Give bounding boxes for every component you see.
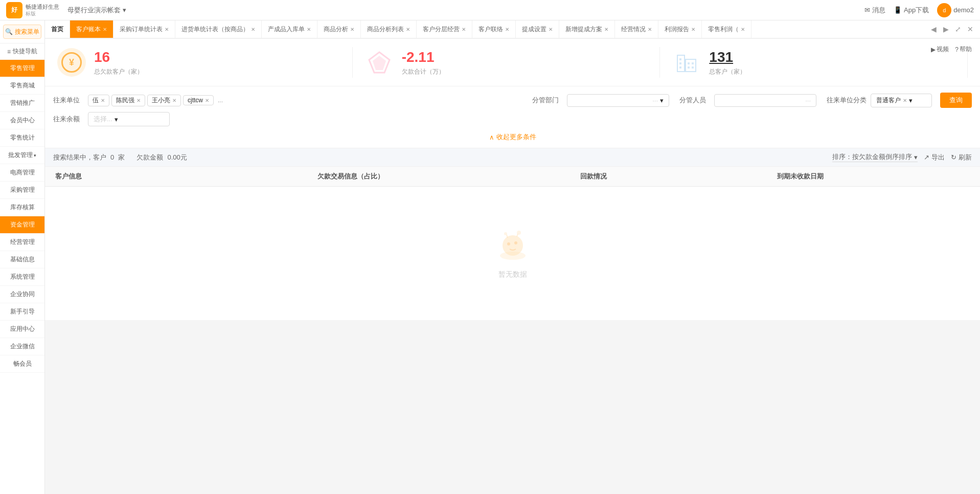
tab-close-icon[interactable]: ✕ — [505, 27, 509, 32]
refresh-btn[interactable]: ↻ 刷新 — [951, 153, 972, 162]
sort-select[interactable]: 排序：按欠款金额倒序排序 ▾ — [832, 152, 918, 162]
filter-tag-0[interactable]: 伍 ✕ — [88, 95, 109, 106]
tab-product-analysis[interactable]: 商品分析 ✕ — [317, 20, 361, 38]
message-icon: ✉ — [864, 6, 870, 14]
unit-type-tag-close[interactable]: ✕ — [903, 98, 907, 103]
filter-tag-1[interactable]: 陈民强 ✕ — [111, 95, 145, 106]
tab-close-icon[interactable]: ✕ — [406, 27, 410, 32]
person-label: 分管人员 — [679, 96, 710, 105]
collapse-btn[interactable]: ∧ 收起更多条件 — [53, 132, 972, 142]
tab-improve-settings[interactable]: 提成设置 ✕ — [516, 20, 559, 38]
tab-new-improve[interactable]: 新增提成方案 ✕ — [559, 20, 615, 38]
search-menu-btn[interactable]: 🔍 搜索菜单 — [3, 25, 41, 39]
tab-product-analysis-list[interactable]: 商品分析列表 ✕ — [361, 20, 417, 38]
account-dropdown[interactable]: 母婴行业演示帐套 ▾ — [63, 4, 130, 17]
sidebar-item-finance[interactable]: 资金管理 — [0, 216, 44, 234]
tab-customer-contact[interactable]: 客户联络 ✕ — [472, 20, 516, 38]
stat-credit-amount: -2.11 欠款合计（万） — [353, 47, 660, 78]
chevron-down-icon: ▾ — [914, 153, 918, 161]
sidebar-item-operations[interactable]: 经营管理 — [0, 234, 44, 251]
tab-close-icon[interactable]: ✕ — [604, 27, 608, 32]
tag-close-icon[interactable]: ✕ — [101, 98, 105, 103]
col-customer-info: 客户信息 — [53, 172, 315, 181]
tab-customer-segment[interactable]: 客户分层经营 ✕ — [417, 20, 472, 38]
message-btn[interactable]: ✉ 消息 — [864, 6, 885, 15]
tab-close-icon[interactable]: ✕ — [691, 27, 695, 32]
tag-close-icon[interactable]: ✕ — [136, 98, 141, 103]
tab-close-icon[interactable]: ✕ — [741, 27, 745, 32]
tab-close-icon[interactable]: ✕ — [648, 27, 652, 32]
tab-close-icon[interactable]: ✕ — [307, 27, 311, 32]
unit-type-tag[interactable]: 普通客户 ✕ — [876, 96, 907, 105]
stat-credit-customers-text: 16 总欠款客户（家） — [94, 49, 340, 77]
svg-rect-4 — [679, 58, 681, 60]
sidebar-item-basic[interactable]: 基础信息 — [0, 251, 44, 268]
tab-close-icon[interactable]: ✕ — [103, 27, 107, 32]
export-icon: ↗ — [924, 153, 929, 161]
app-download-btn[interactable]: 📱 App下载 — [894, 6, 929, 15]
stat-total-customers-text: 131 总客户（家） — [709, 49, 955, 77]
help-link[interactable]: ? 帮助 — [955, 45, 972, 54]
chevron-down-icon: ▾ — [123, 6, 126, 14]
tab-purchase-stats[interactable]: 进货单统计表（按商品） ✕ — [175, 20, 262, 38]
tab-prev-btn[interactable]: ◀ — [928, 24, 939, 35]
col-due-date: 到期未收款日期 — [775, 172, 972, 181]
svg-rect-3 — [686, 59, 696, 72]
dept-select[interactable]: ··· ▾ — [567, 94, 669, 107]
sidebar-item-vip-member[interactable]: 畅会员 — [0, 355, 44, 373]
filter-tag-2[interactable]: 王小亮 ✕ — [147, 95, 181, 106]
sidebar-item-purchase[interactable]: 采购管理 — [0, 182, 44, 199]
sidebar-item-member[interactable]: 会员中心 — [0, 112, 44, 129]
svg-rect-9 — [688, 66, 690, 69]
nav-icon: ≡ — [7, 48, 11, 55]
tab-close-icon[interactable]: ✕ — [251, 27, 255, 32]
query-button[interactable]: 查询 — [940, 93, 972, 108]
logo-icon: 好 — [6, 2, 22, 18]
sidebar-item-retail-stats[interactable]: 零售统计 — [0, 129, 44, 147]
play-icon: ▶ — [931, 46, 936, 53]
sidebar-item-retail[interactable]: 零售管理 — [0, 60, 44, 77]
unit-label: 往来单位 — [53, 96, 84, 105]
sidebar-item-retail-mall[interactable]: 零售商城 — [0, 77, 44, 95]
person-select[interactable]: ··· — [714, 94, 816, 107]
sidebar-item-inventory[interactable]: 库存核算 — [0, 199, 44, 216]
tab-expand-btn[interactable]: ⤢ — [952, 24, 964, 35]
tab-biz-status[interactable]: 经营情况 ✕ — [615, 20, 658, 38]
tab-purchase-order[interactable]: 采购订单统计表 ✕ — [113, 20, 175, 38]
tag-close-icon[interactable]: ✕ — [205, 98, 209, 103]
video-link[interactable]: ▶ 视频 — [931, 45, 949, 54]
sidebar-item-system[interactable]: 系统管理 — [0, 268, 44, 286]
filter-tag-3[interactable]: cjttcw ✕ — [183, 95, 214, 105]
tab-cost-in[interactable]: 产成品入库单 ✕ — [262, 20, 317, 38]
quick-nav-btn[interactable]: ≡ 快捷导航 — [0, 43, 44, 60]
search-icon: 🔍 — [5, 28, 13, 35]
export-btn[interactable]: ↗ 导出 — [924, 153, 945, 162]
sidebar-item-ecommerce[interactable]: 电商管理 — [0, 164, 44, 182]
tab-retail-profit[interactable]: 零售利润（ ✕ — [702, 20, 751, 38]
tab-next-btn[interactable]: ▶ — [940, 24, 951, 35]
sidebar-item-app-center[interactable]: 应用中心 — [0, 321, 44, 338]
tab-close-icon[interactable]: ✕ — [350, 27, 354, 32]
tab-controls: ◀ ▶ ⤢ ✕ — [928, 24, 980, 35]
tab-close-all-btn[interactable]: ✕ — [965, 24, 976, 35]
dept-more-icon: ··· — [652, 97, 658, 104]
tab-home[interactable]: 首页 — [45, 20, 70, 38]
tab-close-icon[interactable]: ✕ — [549, 27, 553, 32]
filter-more-btn[interactable]: ... — [216, 96, 225, 105]
tab-close-icon[interactable]: ✕ — [165, 27, 169, 32]
tab-close-icon[interactable]: ✕ — [462, 27, 466, 32]
sidebar-item-wholesale[interactable]: 批发管理 ▾ — [0, 147, 44, 164]
svg-rect-8 — [692, 62, 694, 64]
sidebar-item-enterprise-coop[interactable]: 企业协同 — [0, 286, 44, 303]
sidebar-item-new-guide[interactable]: 新手引导 — [0, 303, 44, 321]
unit-type-select[interactable]: 普通客户 ✕ ▾ — [871, 94, 932, 107]
tab-profit-report[interactable]: 利润报告 ✕ — [658, 20, 702, 38]
tag-close-icon[interactable]: ✕ — [172, 98, 176, 103]
balance-select[interactable]: 选择... ▾ — [88, 112, 170, 126]
user-menu[interactable]: d demo2 — [937, 3, 974, 17]
empty-icon — [492, 228, 533, 270]
sidebar-item-enterprise-wechat[interactable]: 企业微信 — [0, 338, 44, 355]
main-content: ¥ 16 总欠款客户（家） -2.11 欠款合计（万） — [45, 39, 980, 494]
tab-customers[interactable]: 客户账本 ✕ — [70, 20, 113, 38]
sidebar-item-marketing[interactable]: 营销推广 — [0, 95, 44, 112]
